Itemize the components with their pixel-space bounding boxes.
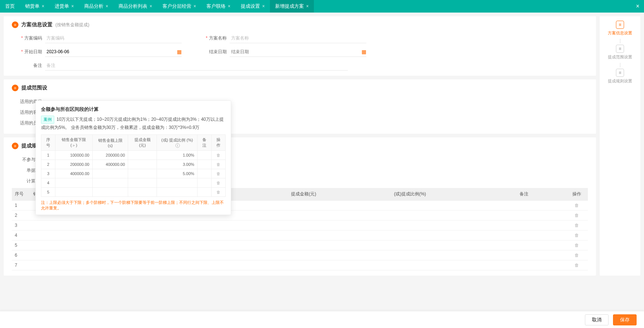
delete-icon[interactable]: 🗑 — [575, 263, 579, 268]
tab-客户联络[interactable]: 客户联络× — [201, 0, 236, 13]
label-start-date: 开始日期 — [12, 49, 45, 55]
col-ratio: (或)提成比例(%) — [391, 188, 517, 201]
tab-close-icon[interactable]: × — [106, 4, 108, 9]
tab-close-icon[interactable]: × — [228, 4, 230, 9]
rules-row[interactable]: 3🗑 — [12, 221, 588, 230]
tab-首页[interactable]: 首页 — [0, 0, 20, 13]
col-remark: 备注 — [517, 188, 566, 201]
input-remark[interactable] — [45, 61, 348, 71]
panel-title: 方案信息设置 — [21, 21, 52, 28]
tab-close-icon[interactable]: × — [193, 4, 196, 9]
delete-icon[interactable]: 🗑 — [575, 243, 579, 248]
rules-row[interactable]: 5🗑 — [12, 240, 588, 250]
panel-icon: ≡ — [12, 143, 18, 149]
anchor-rules[interactable]: 提成规则设置 — [608, 78, 632, 84]
delete-icon[interactable]: 🗑 — [575, 233, 579, 238]
anchor-icon-3[interactable]: ≡ — [616, 69, 624, 77]
panel-icon: ≡ — [12, 21, 18, 28]
anchor-scope[interactable]: 提成范围设置 — [608, 54, 632, 60]
close-all-tabs[interactable]: × — [631, 0, 644, 13]
input-end-date[interactable] — [230, 47, 360, 57]
col-seq: 序号 — [12, 188, 30, 201]
example-badge: 案例 — [41, 116, 54, 124]
tab-新增提成方案[interactable]: 新增提成方案× — [270, 0, 314, 13]
calendar-icon[interactable]: ▦ — [362, 49, 366, 55]
delete-icon[interactable]: 🗑 — [575, 253, 579, 258]
delete-icon[interactable]: 🗑 — [575, 223, 579, 228]
tab-商品分析[interactable]: 商品分析× — [79, 0, 113, 13]
input-name[interactable] — [230, 33, 366, 43]
input-start-date[interactable] — [45, 47, 175, 57]
example-table: 序号 销售金额下限 (＞) 销售金额上限 (≤) 提成金额 (元) (或) 提成… — [41, 134, 226, 197]
tab-close-icon[interactable]: × — [42, 4, 44, 9]
delete-icon[interactable]: 🗑 — [575, 203, 579, 208]
label-code: 方案编码 — [12, 35, 45, 41]
label-remark: 备注 — [12, 62, 45, 69]
tab-客户分层经营[interactable]: 客户分层经营× — [157, 0, 201, 13]
tab-进货单[interactable]: 进货单× — [49, 0, 79, 13]
anchor-icon-2[interactable]: ≡ — [616, 45, 624, 53]
example-row: 3400000.005.00%🗑 — [41, 169, 226, 178]
tab-提成设置[interactable]: 提成设置× — [236, 0, 270, 13]
delete-icon[interactable]: 🗑 — [216, 190, 220, 194]
panel-subtitle: (按销售金额提成) — [55, 22, 89, 28]
delete-icon[interactable]: 🗑 — [216, 162, 220, 167]
rules-row[interactable]: 4🗑 — [12, 230, 588, 240]
example-popover: 全额参与所在区间段的计算 案例10万元以下无提成；10~20万元提成比例为1%；… — [35, 100, 231, 215]
example-row: 2200000.00400000.003.00%🗑 — [41, 160, 226, 169]
tab-bar: 首页销货单×进货单×商品分析×商品分析列表×客户分层经营×客户联络×提成设置×新… — [0, 0, 644, 13]
popover-desc: 案例10万元以下无提成；10~20万元提成比例为1%；20~40万提成比例为3%… — [41, 116, 226, 131]
rules-row[interactable]: 7🗑 — [12, 260, 588, 270]
tab-close-icon[interactable]: × — [262, 4, 265, 9]
panel-plan-info: ≡ 方案信息设置 (按销售金额提成) 方案编码 方案名称 开始日期 ▦ — [4, 16, 596, 76]
anchor-icon-1[interactable]: ≡ — [616, 21, 624, 29]
example-row: 5🗑 — [41, 188, 226, 197]
example-row: 1100000.00200000.001.00%🗑 — [41, 151, 226, 160]
tab-close-icon[interactable]: × — [306, 4, 309, 9]
col-op: 操作 — [566, 188, 588, 201]
panel-title: 提成范围设 — [21, 85, 47, 91]
rules-row[interactable]: 6🗑 — [12, 250, 588, 260]
popover-note: 注：上限必须大于下限；多个阶梯时，下一个阶梯下限要等于前一阶梯上限；不同行之间下… — [41, 200, 226, 211]
popover-title: 全额参与所在区间段的计算 — [41, 106, 226, 113]
panel-icon: ≡ — [12, 85, 18, 91]
tab-销货单[interactable]: 销货单× — [20, 0, 49, 13]
label-name: 方案名称 — [196, 35, 230, 41]
calendar-icon[interactable]: ▦ — [177, 49, 182, 55]
input-code[interactable] — [45, 33, 182, 43]
anchor-plan-info[interactable]: 方案信息设置 — [608, 30, 632, 36]
tab-商品分析列表[interactable]: 商品分析列表× — [113, 0, 157, 13]
delete-icon[interactable]: 🗑 — [216, 153, 220, 157]
info-icon[interactable]: i — [175, 143, 180, 148]
anchor-nav: ≡ 方案信息设置 ≡ 提成范围设置 ≡ 提成规则设置 — [600, 16, 640, 276]
tab-close-icon[interactable]: × — [150, 4, 152, 9]
tab-close-icon[interactable]: × — [71, 4, 74, 9]
delete-icon[interactable]: 🗑 — [216, 171, 220, 176]
col-amount: 提成金额(元) — [288, 188, 391, 201]
example-row: 4🗑 — [41, 178, 226, 188]
delete-icon[interactable]: 🗑 — [216, 181, 220, 185]
label-end-date: 结束日期 — [196, 49, 230, 55]
delete-icon[interactable]: 🗑 — [575, 213, 579, 218]
